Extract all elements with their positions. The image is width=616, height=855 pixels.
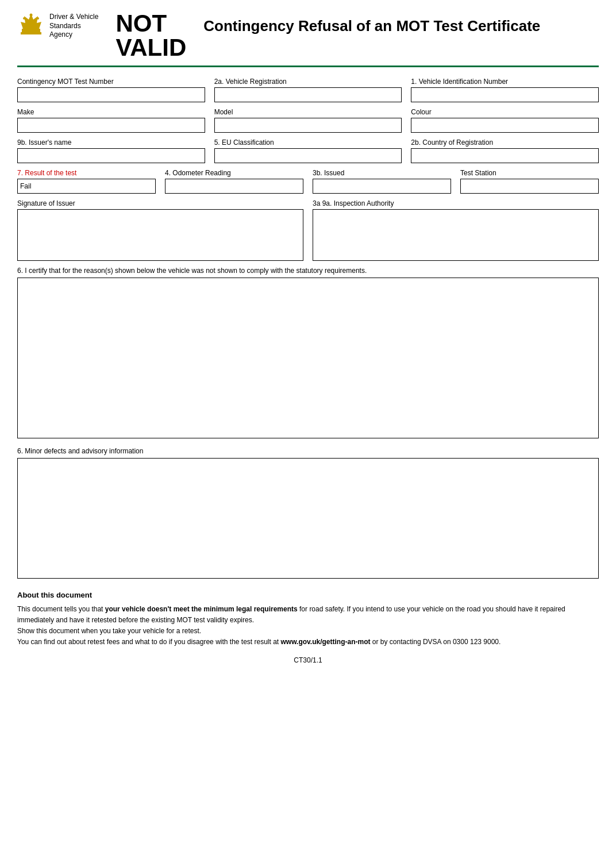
signature-textarea[interactable] [17, 209, 303, 261]
contingency-mot-input[interactable] [17, 87, 205, 102]
inspection-group: 3a 9a. Inspection Authority [313, 199, 599, 261]
make-input[interactable] [17, 118, 205, 133]
vehicle-reg-label: 2a. Vehicle Registration [214, 78, 402, 86]
country-reg-group: 2b. Country of Registration [411, 138, 599, 163]
issuer-name-input[interactable] [17, 148, 205, 163]
test-station-group: Test Station [460, 169, 599, 194]
colour-group: Colour [411, 108, 599, 133]
colour-input[interactable] [411, 118, 599, 133]
signature-group: Signature of Issuer [17, 199, 303, 261]
colour-label: Colour [411, 108, 599, 116]
odometer-label: 4. Odometer Reading [165, 169, 303, 177]
about-para2: Show this document when you take your ve… [17, 626, 599, 637]
minor-defects-label: 6. Minor defects and advisory informatio… [17, 447, 599, 455]
inspection-label: 3a 9a. Inspection Authority [313, 199, 599, 207]
about-para3: You can find out about retest fees and w… [17, 637, 599, 648]
test-station-input[interactable] [460, 179, 599, 194]
svg-point-3 [23, 17, 25, 20]
inspection-textarea[interactable] [313, 209, 599, 261]
field-row-3: 9b. Issuer's name 5. EU Classification 2… [17, 138, 599, 163]
doc-number: CT30/1.1 [17, 656, 599, 664]
issued-input[interactable] [313, 179, 451, 194]
field-row-4: 7. Result of the test 4. Odometer Readin… [17, 169, 599, 194]
issued-group: 3b. Issued [313, 169, 451, 194]
vin-input[interactable] [411, 87, 599, 102]
result-group: 7. Result of the test [17, 169, 156, 194]
eu-class-label: 5. EU Classification [214, 138, 402, 147]
test-station-label: Test Station [460, 169, 599, 177]
about-section: About this document This document tells … [17, 590, 599, 648]
cert-text: 6. I certify that for the reason(s) show… [17, 267, 599, 275]
make-label: Make [17, 108, 205, 116]
agency-name: Driver & Vehicle Standards Agency [49, 11, 98, 40]
page-header: Driver & Vehicle Standards Agency NOTVAL… [17, 11, 599, 67]
signature-row: Signature of Issuer 3a 9a. Inspection Au… [17, 199, 599, 261]
logo-area: Driver & Vehicle Standards Agency [17, 11, 98, 40]
make-group: Make [17, 108, 205, 133]
issuer-name-label: 9b. Issuer's name [17, 138, 205, 147]
issued-label: 3b. Issued [313, 169, 451, 177]
signature-label: Signature of Issuer [17, 199, 303, 207]
svg-point-5 [37, 17, 39, 20]
field-row-1: Contingency MOT Test Number 2a. Vehicle … [17, 78, 599, 102]
model-input[interactable] [214, 118, 402, 133]
eu-class-group: 5. EU Classification [214, 138, 402, 163]
eu-class-input[interactable] [214, 148, 402, 163]
result-input[interactable] [17, 179, 156, 194]
contingency-mot-group: Contingency MOT Test Number [17, 78, 205, 102]
not-valid-stamp: NOTVALID [116, 11, 186, 60]
country-reg-input[interactable] [411, 148, 599, 163]
vehicle-reg-group: 2a. Vehicle Registration [214, 78, 402, 102]
about-para1: This document tells you that your vehicl… [17, 604, 599, 626]
model-group: Model [214, 108, 402, 133]
reasons-textarea[interactable] [17, 278, 599, 438]
country-reg-label: 2b. Country of Registration [411, 138, 599, 147]
minor-defects-textarea[interactable] [17, 458, 599, 579]
vin-group: 1. Vehicle Identification Number [411, 78, 599, 102]
about-title: About this document [17, 590, 599, 602]
crown-logo [17, 11, 45, 39]
result-label: 7. Result of the test [17, 169, 156, 177]
document-title: Contingency Refusal of an MOT Test Certi… [203, 11, 599, 35]
contingency-mot-label: Contingency MOT Test Number [17, 78, 205, 86]
svg-point-4 [30, 14, 33, 17]
odometer-input[interactable] [165, 179, 303, 194]
vin-label: 1. Vehicle Identification Number [411, 78, 599, 86]
vehicle-reg-input[interactable] [214, 87, 402, 102]
odometer-group: 4. Odometer Reading [165, 169, 303, 194]
svg-rect-2 [21, 32, 41, 34]
issuer-name-group: 9b. Issuer's name [17, 138, 205, 163]
svg-rect-1 [22, 29, 40, 32]
model-label: Model [214, 108, 402, 116]
field-row-2: Make Model Colour [17, 108, 599, 133]
